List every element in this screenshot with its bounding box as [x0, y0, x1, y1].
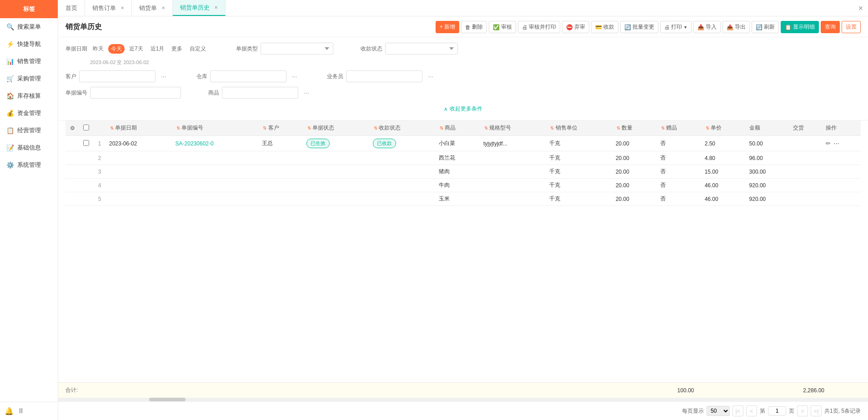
sidebar-bottom-icon1[interactable]: 🔔: [5, 407, 14, 415]
table-row: 3 猪肉 千克 20.00 否 15.00 300.00: [65, 165, 861, 179]
pay-status-select[interactable]: [385, 43, 458, 55]
row-customer-0: 王总: [259, 136, 304, 151]
filter-row-2: 客户 ··· 仓库 ··· 业务员 ···: [65, 70, 861, 82]
tab-home-label: 首页: [65, 4, 77, 12]
doc-type-select[interactable]: [261, 43, 333, 55]
scrollbar-thumb[interactable]: [149, 398, 186, 401]
total-info: 共1页, 5条记录: [824, 407, 861, 415]
audit-button[interactable]: ✅ 审核: [489, 21, 516, 33]
select-all-checkbox[interactable]: [83, 125, 89, 130]
doc-num-input[interactable]: [90, 87, 181, 99]
query-button[interactable]: 查询: [821, 21, 840, 33]
horizontal-scrollbar[interactable]: [58, 398, 868, 401]
sidebar-item-purchase-mgmt[interactable]: 🛒 采购管理: [0, 70, 58, 87]
row-spec-0: tyjyjtyjdf...: [481, 136, 547, 151]
tab-sales-history-label: 销货单历史: [180, 4, 210, 12]
sidebar-item-sys-mgmt[interactable]: ⚙️ 系统管理: [0, 156, 58, 174]
col-header-docstatus[interactable]: ⇅ 单据状态: [304, 120, 370, 136]
collect-button[interactable]: 💳 收款: [591, 21, 618, 33]
sidebar-item-quick-nav[interactable]: ⚡ 快捷导航: [0, 35, 58, 53]
row-unit-4: 千克: [547, 192, 613, 206]
row-checkbox-1[interactable]: [79, 151, 93, 165]
warehouse-dots[interactable]: ···: [289, 72, 300, 81]
next-page-button[interactable]: >: [797, 405, 808, 416]
sidebar-bottom-icon2[interactable]: ⏸: [17, 407, 25, 415]
col-header-price[interactable]: ⇅ 单价: [702, 120, 747, 136]
delete-button[interactable]: 🗑 删除: [461, 21, 487, 33]
row-settings-0: [65, 136, 79, 151]
print-button[interactable]: 🖨 打印 ▼: [660, 21, 692, 33]
sidebar-item-search-menu[interactable]: 🔍 搜索菜单: [0, 18, 58, 35]
col-header-gift[interactable]: ⇅ 赠品: [657, 120, 702, 136]
sidebar-item-sales-mgmt[interactable]: 📊 销售管理: [0, 53, 58, 70]
close-all-icon[interactable]: ✕: [858, 5, 863, 12]
edit-icon-0[interactable]: ✏: [826, 140, 831, 147]
warehouse-input[interactable]: [210, 70, 286, 82]
collapse-button[interactable]: ∧ 收起更多条件: [65, 103, 861, 115]
per-page-select[interactable]: 50 100 200: [707, 406, 730, 416]
settings-btn[interactable]: 设置: [842, 21, 861, 33]
row-num-1: 2: [93, 151, 106, 165]
tab-sales-goods-close[interactable]: ✕: [161, 5, 165, 10]
row-checkbox-4[interactable]: [79, 192, 93, 206]
sidebar-item-operations[interactable]: 📋 经营管理: [0, 122, 58, 139]
import-button[interactable]: 📥 导入: [693, 21, 721, 33]
tab-home[interactable]: 首页: [58, 0, 85, 16]
col-header-goods[interactable]: ⇅ 商品: [436, 120, 481, 136]
col-header-checkbox[interactable]: [79, 120, 93, 136]
date-tag-more[interactable]: 更多: [169, 44, 185, 54]
row-check-0[interactable]: [83, 140, 89, 146]
main-area: 首页 销售订单 ✕ 销货单 ✕ 销货单历史 ✕ ✕ 销货单历史 + 新增 🗑 删…: [58, 0, 868, 420]
col-header-customer[interactable]: ⇅ 客户: [259, 120, 304, 136]
row-gift-0: 否: [657, 136, 702, 151]
date-tag-custom[interactable]: 自定义: [187, 44, 209, 54]
audit-print-button[interactable]: 🖨 审核并打印: [518, 21, 560, 33]
col-header-unit[interactable]: ⇅ 销售单位: [547, 120, 613, 136]
sidebar-item-basic-info[interactable]: 📝 基础信息: [0, 139, 58, 156]
tab-sales-history[interactable]: 销货单历史 ✕: [173, 0, 226, 16]
prev-page-button[interactable]: <: [746, 405, 757, 416]
row-docstatus-4: [304, 192, 370, 206]
row-trade-2: [790, 165, 823, 179]
sort-icon-price: ⇅: [706, 125, 709, 130]
row-trade-0: [790, 136, 823, 151]
staff-dots[interactable]: ···: [425, 72, 436, 81]
more-icon-0[interactable]: ⋯: [833, 140, 839, 147]
show-detail-button[interactable]: 📋 显示明细: [781, 21, 819, 33]
tab-sales-history-close[interactable]: ✕: [214, 5, 218, 10]
col-header-paystatus[interactable]: ⇅ 收款状态: [370, 120, 437, 136]
tab-sales-goods[interactable]: 销货单 ✕: [132, 0, 173, 16]
sys-mgmt-icon: ⚙️: [6, 161, 14, 169]
staff-input[interactable]: [346, 70, 422, 82]
tab-sales-order-close[interactable]: ✕: [120, 5, 124, 10]
import-icon: 📥: [697, 24, 704, 30]
date-tag-today[interactable]: 今天: [108, 44, 125, 54]
page-input[interactable]: [768, 406, 786, 415]
row-checkbox-0[interactable]: [79, 136, 93, 151]
export-button[interactable]: 📤 导出: [722, 21, 750, 33]
goods-input[interactable]: [222, 87, 298, 99]
first-page-button[interactable]: |<: [733, 405, 743, 416]
customer-dots[interactable]: ···: [158, 72, 169, 81]
col-header-docno[interactable]: ⇅ 单据编号: [173, 120, 260, 136]
date-tag-7days[interactable]: 近7天: [126, 44, 146, 54]
col-header-settings[interactable]: ⚙: [65, 120, 79, 136]
tab-sales-order[interactable]: 销售订单 ✕: [85, 0, 132, 16]
refresh-button[interactable]: 🔃 刷新: [752, 21, 779, 33]
abandon-button[interactable]: ⛔ 弃审: [562, 21, 589, 33]
batch-change-button[interactable]: 🔄 批量变更: [620, 21, 658, 33]
sidebar-item-finance-mgmt[interactable]: 💰 资金管理: [0, 105, 58, 122]
row-checkbox-3[interactable]: [79, 179, 93, 192]
sidebar-item-inventory[interactable]: 🏠 库存核算: [0, 87, 58, 105]
col-header-date[interactable]: ⇅ 单据日期: [106, 120, 173, 136]
goods-dots[interactable]: ···: [301, 88, 312, 97]
date-tag-yesterday[interactable]: 昨天: [90, 44, 106, 54]
new-button[interactable]: + 新增: [436, 21, 459, 33]
customer-input[interactable]: [79, 70, 156, 82]
row-checkbox-2[interactable]: [79, 165, 93, 179]
col-header-spec[interactable]: ⇅ 规格型号: [481, 120, 547, 136]
date-tag-1month[interactable]: 近1月: [148, 44, 167, 54]
col-header-qty[interactable]: ⇅ 数量: [613, 120, 657, 136]
row-docno-0[interactable]: SA-20230602-0: [173, 136, 260, 151]
last-page-button[interactable]: >|: [811, 405, 822, 416]
